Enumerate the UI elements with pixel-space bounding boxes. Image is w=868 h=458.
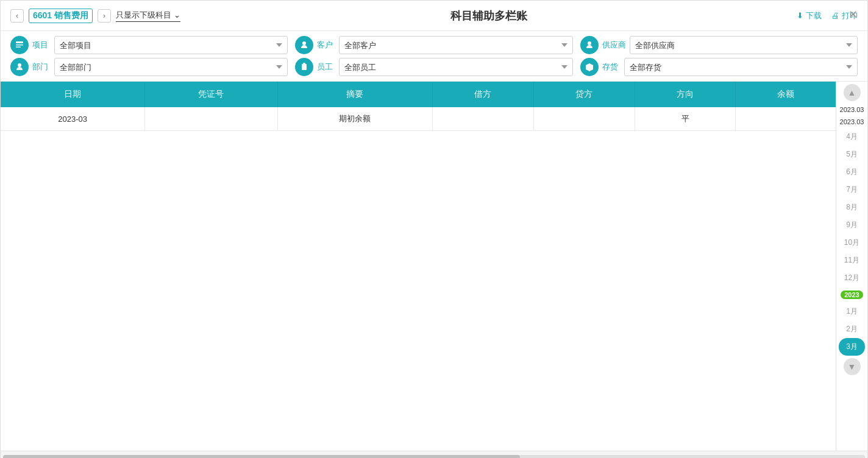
dept-icon [10, 58, 29, 76]
table-row: 2023-03期初余额平 [1, 107, 836, 131]
timeline-item-3m-active[interactable]: 3月 [839, 338, 865, 356]
table-container: 日期 凭证号 摘要 借方 贷方 方向 余额 2023-03期初余额平 [1, 82, 836, 451]
table-body: 2023-03期初余额平 [1, 107, 836, 131]
timeline-item-10m[interactable]: 10月 [836, 234, 867, 252]
scroll-track [3, 455, 865, 459]
filter-stock: 存货 全部存货 [580, 58, 858, 76]
show-sub-label: 只显示下级科目 [116, 10, 171, 21]
year-label: 2023 [841, 291, 863, 299]
filter-area: 项目 全部项目 客户 全部客户 供应商 全部供 [1, 31, 867, 82]
page-title: 科目辅助多栏账 [180, 9, 797, 23]
supplier-label: 供应商 [602, 40, 626, 51]
cell-voucher [145, 107, 277, 131]
cell-summary: 期初余额 [277, 107, 432, 131]
timeline-up-btn[interactable]: ▲ [844, 84, 861, 101]
col-date: 日期 [1, 82, 145, 107]
next-account-btn[interactable]: › [98, 9, 111, 23]
employee-select[interactable]: 全部员工 [339, 58, 572, 76]
customer-icon [295, 36, 313, 54]
stock-label: 存货 [602, 62, 621, 72]
cell-direction: 平 [635, 107, 736, 131]
dept-select[interactable]: 全部部门 [54, 58, 288, 76]
timeline-item-11m[interactable]: 11月 [836, 252, 867, 269]
cell-debit [432, 107, 533, 131]
timeline-item-12m[interactable]: 12月 [836, 269, 867, 287]
timeline-item-1m[interactable]: 1月 [836, 303, 867, 320]
svg-rect-0 [16, 41, 23, 43]
scroll-bar[interactable] [1, 451, 867, 458]
timeline-item-4m[interactable]: 4月 [836, 128, 867, 146]
title-bar: ‹ 6601 销售费用 › 只显示下级科目 ⌄ 科目辅助多栏账 ⬇ 下载 🖨 打… [1, 1, 867, 31]
download-btn[interactable]: ⬇ 下载 [797, 10, 822, 21]
table-header-row: 日期 凭证号 摘要 借方 贷方 方向 余额 [1, 82, 836, 107]
account-name: 6601 销售费用 [29, 9, 93, 23]
filter-row-2: 部门 全部部门 员工 全部员工 存货 全部存货 [10, 58, 858, 76]
svg-rect-6 [303, 63, 305, 65]
title-left: ‹ 6601 销售费用 › 只显示下级科目 ⌄ [10, 9, 180, 23]
main-window: ‹ 6601 销售费用 › 只显示下级科目 ⌄ 科目辅助多栏账 ⬇ 下载 🖨 打… [0, 0, 868, 458]
cell-date: 2023-03 [1, 107, 145, 131]
timeline-item-1[interactable]: 2023.03 [836, 116, 867, 128]
ledger-table: 日期 凭证号 摘要 借方 贷方 方向 余额 2023-03期初余额平 [1, 82, 836, 131]
project-select[interactable]: 全部项目 [54, 36, 288, 54]
filter-row-1: 项目 全部项目 客户 全部客户 供应商 全部供 [10, 36, 858, 54]
filter-supplier: 供应商 全部供应商 [580, 36, 858, 54]
col-summary: 摘要 [277, 82, 432, 107]
timeline-year-badge[interactable]: 2023 [836, 287, 867, 303]
supplier-icon [580, 36, 599, 54]
show-sub-toggle[interactable]: 只显示下级科目 ⌄ [116, 10, 180, 22]
col-direction: 方向 [635, 82, 736, 107]
timeline-item-5m[interactable]: 5月 [836, 146, 867, 163]
timeline-item-9m[interactable]: 9月 [836, 216, 867, 234]
customer-select[interactable]: 全部客户 [339, 36, 572, 54]
timeline-item-7m[interactable]: 7月 [836, 181, 867, 199]
employee-icon [295, 58, 313, 76]
timeline-item-6m[interactable]: 6月 [836, 163, 867, 181]
cell-balance [736, 107, 836, 131]
stock-select[interactable]: 全部存货 [624, 58, 858, 76]
close-btn[interactable]: ✕ [848, 8, 858, 21]
svg-rect-1 [16, 44, 23, 46]
col-balance: 余额 [736, 82, 836, 107]
dept-label: 部门 [32, 62, 51, 72]
svg-rect-2 [16, 47, 21, 48]
svg-point-4 [18, 63, 21, 67]
scroll-thumb [3, 455, 520, 459]
download-label: 下载 [806, 10, 822, 21]
project-label: 项目 [32, 40, 51, 51]
download-icon: ⬇ [797, 11, 803, 20]
account-label: 销售费用 [54, 10, 88, 20]
side-timeline: ▲ 2023.03 2023.03 4月 5月 6月 7月 8月 9月 10月 … [836, 82, 867, 451]
col-voucher: 凭证号 [145, 82, 277, 107]
filter-customer: 客户 全部客户 [295, 36, 572, 54]
svg-point-3 [588, 41, 591, 45]
filter-dept: 部门 全部部门 [10, 58, 288, 76]
account-code: 6601 [33, 10, 52, 20]
filter-project: 项目 全部项目 [10, 36, 288, 54]
timeline-down-btn[interactable]: ▼ [844, 358, 861, 375]
chevron-down-icon: ⌄ [174, 10, 180, 19]
customer-label: 客户 [317, 40, 335, 51]
main-content: 日期 凭证号 摘要 借方 贷方 方向 余额 2023-03期初余额平 ▲ 202… [1, 82, 867, 451]
filter-employee: 员工 全部员工 [295, 58, 572, 76]
timeline-item-8m[interactable]: 8月 [836, 199, 867, 216]
col-debit: 借方 [432, 82, 533, 107]
supplier-select[interactable]: 全部供应商 [630, 36, 858, 54]
employee-label: 员工 [317, 62, 335, 72]
stock-icon [580, 58, 599, 76]
print-icon: 🖨 [831, 11, 839, 20]
col-credit: 贷方 [533, 82, 635, 107]
cell-credit [533, 107, 635, 131]
prev-account-btn[interactable]: ‹ [10, 9, 24, 23]
timeline-item-2m[interactable]: 2月 [836, 320, 867, 338]
project-icon [10, 36, 29, 54]
timeline-item-0[interactable]: 2023.03 [836, 104, 867, 116]
